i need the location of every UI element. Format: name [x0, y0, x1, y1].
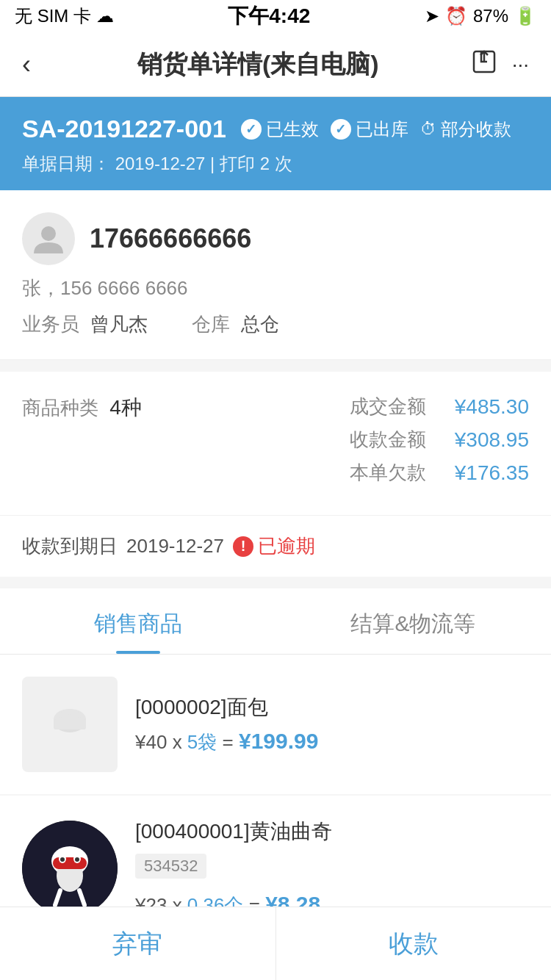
product-info-2: [000400001]黄油曲奇 534532 ¥23 x 0.36个 = ¥8.… [135, 818, 529, 918]
status-activated-label: 已生效 [266, 118, 319, 141]
warehouse-field: 仓库 总仓 [192, 311, 279, 337]
page-title: 销货单详情(来自电脑) [46, 48, 471, 82]
sim-status: 无 SIM 卡 ☁ [15, 4, 114, 28]
bottom-bar: 弃审 收款 [0, 907, 551, 980]
sales-label: 业务员 [22, 313, 79, 335]
type-count: 4种 [109, 396, 142, 419]
section-divider-2 [0, 577, 551, 588]
warehouse-label: 仓库 [192, 313, 230, 335]
svg-point-14 [60, 857, 65, 862]
tab-sales-products[interactable]: 销售商品 [0, 588, 276, 654]
product-sku-2: 534532 [135, 854, 206, 879]
svg-point-6 [67, 709, 73, 715]
received-value: ¥308.95 [441, 428, 529, 452]
received-label: 收款金额 [350, 427, 426, 453]
sales-name: 曾凡杰 [90, 313, 148, 335]
tab-sales-label: 销售商品 [94, 611, 182, 635]
status-bar: 无 SIM 卡 ☁ 下午4:42 ➤ ⏰ 87% 🔋 [0, 0, 551, 32]
nav-bar: ‹ 销货单详情(来自电脑) ··· [0, 32, 551, 97]
warehouse-name: 总仓 [241, 313, 279, 335]
due-date-value: 2019-12-27 [126, 535, 224, 558]
order-print-info: 打印 2 次 [220, 154, 292, 173]
product-item-1: [0000002]面包 ¥40 x 5袋 = ¥199.99 [0, 655, 551, 794]
svg-point-5 [57, 712, 63, 718]
product-total-1: ¥199.99 [239, 729, 318, 753]
product-thumb-1 [22, 677, 118, 772]
order-header: SA-20191227-001 ✓ 已生效 ✓ 已出库 ⏱ 部分收款 单据日期：… [0, 97, 551, 190]
customer-section: 17666666666 张，156 6666 6666 业务员 曾凡杰 仓库 总… [0, 190, 551, 360]
type-label: 商品种类 [22, 397, 98, 419]
svg-rect-11 [53, 857, 87, 869]
product-info-1: [0000002]面包 ¥40 x 5袋 = ¥199.99 [135, 693, 529, 755]
product-price-1: ¥40 x 5袋 = ¥199.99 [135, 729, 529, 755]
product-name-2: [000400001]黄油曲奇 [135, 818, 529, 846]
section-divider-1 [0, 360, 551, 372]
svg-point-15 [75, 857, 79, 862]
overdue-badge: ! 已逾期 [233, 533, 315, 559]
order-status-tags: ✓ 已生效 ✓ 已出库 ⏱ 部分收款 [241, 118, 511, 141]
overdue-icon: ! [233, 536, 253, 557]
customer-meta: 业务员 曾凡杰 仓库 总仓 [22, 311, 529, 337]
customer-id: 17666666666 [90, 223, 251, 254]
status-partial-payment: ⏱ 部分收款 [420, 118, 511, 141]
battery-icon: 🔋 [514, 6, 536, 26]
tab-settlement[interactable]: 结算&物流等 [276, 588, 551, 654]
amount-label: 成交金额 [350, 394, 426, 419]
amount-value: ¥485.30 [441, 395, 529, 419]
status-left: 无 SIM 卡 ☁ [15, 4, 114, 28]
collect-payment-button[interactable]: 收款 [276, 907, 552, 980]
product-x-1: x [173, 731, 187, 753]
status-partial-label: 部分收款 [441, 118, 511, 141]
product-unit-price-1: ¥40 [135, 731, 167, 753]
amount-row: 成交金额 ¥485.30 [350, 394, 529, 419]
more-icon[interactable]: ··· [512, 53, 529, 76]
amount-summary: 成交金额 ¥485.30 收款金额 ¥308.95 本单欠款 ¥176.35 [350, 394, 529, 493]
alarm-icon: ⏰ [445, 6, 467, 26]
due-date-label: 收款到期日 [22, 533, 118, 559]
product-eq-1: = [223, 731, 239, 753]
check-icon-2: ✓ [331, 119, 351, 140]
order-date-row: 单据日期： 2019-12-27 | 打印 2 次 [22, 152, 529, 176]
customer-contact: 张，156 6666 6666 [22, 275, 529, 301]
tabs-bar: 销售商品 结算&物流等 [0, 588, 551, 655]
due-date-section: 收款到期日 2019-12-27 ! 已逾期 [0, 515, 551, 577]
status-activated: ✓ 已生效 [241, 118, 319, 141]
debt-value: ¥176.35 [441, 461, 529, 485]
avatar [22, 212, 75, 265]
received-row: 收款金额 ¥308.95 [350, 427, 529, 453]
nav-right-actions: ··· [471, 48, 529, 80]
product-name-1: [0000002]面包 [135, 693, 529, 721]
product-type-summary: 商品种类 4种 [22, 394, 142, 422]
status-shipped: ✓ 已出库 [331, 118, 408, 141]
svg-point-2 [41, 226, 56, 241]
debt-row: 本单欠款 ¥176.35 [350, 460, 529, 486]
svg-rect-4 [54, 719, 86, 729]
share-icon[interactable] [471, 48, 497, 80]
order-date-value: 2019-12-27 [115, 154, 206, 173]
check-icon-1: ✓ [241, 119, 262, 140]
order-id: SA-20191227-001 [22, 115, 226, 143]
tab-settlement-label: 结算&物流等 [350, 611, 475, 635]
status-right: ➤ ⏰ 87% 🔋 [425, 6, 536, 26]
salesperson-field: 业务员 曾凡杰 [22, 311, 148, 337]
debt-label: 本单欠款 [350, 460, 426, 486]
cancel-audit-button[interactable]: 弃审 [0, 907, 276, 980]
svg-point-7 [76, 712, 82, 718]
overdue-label: 已逾期 [258, 533, 315, 559]
order-date-label: 单据日期： [22, 154, 110, 173]
status-shipped-label: 已出库 [356, 118, 408, 141]
battery-status: 87% [473, 6, 508, 26]
location-icon: ➤ [425, 6, 439, 26]
product-thumb-2: snack [22, 821, 118, 916]
back-button[interactable]: ‹ [22, 49, 46, 80]
clock-icon: ⏱ [420, 120, 436, 139]
summary-section: 商品种类 4种 成交金额 ¥485.30 收款金额 ¥308.95 本单欠款 ¥… [0, 372, 551, 515]
status-time: 下午4:42 [228, 2, 310, 30]
order-divider: | [210, 154, 220, 173]
product-qty-1: 5袋 [187, 731, 217, 753]
